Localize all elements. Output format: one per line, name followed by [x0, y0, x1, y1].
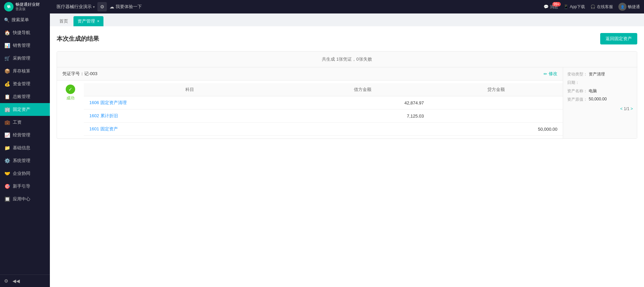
sidebar-footer: ⚙ ◀◀: [0, 275, 50, 287]
sidebar-item-system[interactable]: ⚙️ 系统管理: [0, 154, 50, 167]
sidebar-item-purchase[interactable]: 🛒 采购管理: [0, 52, 50, 65]
sidebar-item-label: 系统管理: [13, 158, 30, 164]
tab-asset-management[interactable]: 资产管理 ×: [73, 16, 103, 26]
logo-icon: 畅: [4, 2, 13, 11]
enterprise-icon: 🤝: [4, 171, 10, 176]
voucher-section: 凭证字号：记-003 ✏ 修改 ✓ 成功: [57, 67, 637, 138]
sidebar-item-label: 应用中心: [13, 196, 30, 202]
side-panel: 变动类型： 资产清理 日期： 资产名称： 电脑 资产原值：: [563, 67, 637, 138]
user-profile[interactable]: 👤 畅捷通: [618, 3, 640, 11]
sidebar-item-guide[interactable]: 🎯 新手引导: [0, 180, 50, 193]
main-layout: 🔍 搜索菜单 🏠 快捷导航 📊 销售管理 🛒 采购管理 📦 库存核算 💰 资金管…: [0, 13, 644, 287]
header-middle: 医疗器械行业演示 ▾ ⚙ ☁ 我要体验一下: [57, 2, 544, 11]
edit-icon: ✏: [544, 71, 547, 76]
debit-cell: 7,125.03: [296, 109, 429, 123]
voucher-header: 凭证字号：记-003 ✏ 修改: [57, 67, 563, 81]
edit-button[interactable]: ✏ 修改: [544, 71, 557, 77]
logo-text: 畅捷通好业财: [16, 2, 40, 7]
header-right: 💬 消息 99+ 📱 App下载 🎧 在线客服 👤 畅捷通: [544, 3, 640, 11]
date-row: 日期：: [567, 80, 633, 86]
voucher-number: 凭证字号：记-003: [62, 71, 97, 77]
voucher-table-wrapper: 科目 借方金额 贷方金额 1606 固定资产清理 42,874.: [84, 83, 563, 136]
asset-name-row: 资产名称： 电脑: [567, 88, 633, 94]
table-row: 1606 固定资产清理 42,874.97: [84, 96, 563, 109]
credit-cell: [429, 109, 563, 123]
ledger-icon: 📋: [4, 94, 10, 99]
sidebar-item-label: 库存核算: [13, 68, 30, 74]
change-type-row: 变动类型： 资产清理: [567, 71, 633, 77]
change-type-value: 资产清理: [589, 71, 605, 77]
message-button[interactable]: 💬 消息 99+: [544, 4, 558, 10]
top-header: 畅 畅捷通好业财 普及版 医疗器械行业演示 ▾ ⚙ ☁ 我要体验一下 💬 消息 …: [0, 0, 644, 13]
sidebar-item-inventory[interactable]: 📦 库存核算: [0, 65, 50, 77]
sidebar-item-quick-nav[interactable]: 🏠 快捷导航: [0, 26, 50, 39]
original-value-label: 资产原值：: [567, 97, 587, 102]
sidebar-item-label: 新手引导: [13, 183, 30, 189]
next-page-button[interactable]: >: [631, 106, 633, 111]
original-value-row: 资产原值： 50,000.00: [567, 97, 633, 102]
page-content: 本次生成的结果 返回固定资产 共生成 1张凭证，0张失败 凭证字号：记-003 …: [50, 26, 644, 287]
result-container: 共生成 1张凭证，0张失败 凭证字号：记-003 ✏ 修改 ✓: [57, 51, 637, 139]
debit-cell: [296, 123, 429, 136]
sidebar-item-label: 工资: [13, 119, 22, 125]
settings-button[interactable]: ⚙: [97, 2, 107, 11]
original-value-value: 50,000.00: [589, 97, 607, 102]
prev-page-button[interactable]: <: [620, 106, 623, 111]
page-title: 本次生成的结果: [57, 35, 99, 43]
content-area: 首页 资产管理 × 本次生成的结果 返回固定资产 共生成 1张凭证，0张失败 凭…: [50, 13, 644, 287]
tab-close-icon[interactable]: ×: [97, 19, 99, 24]
sidebar-item-operations[interactable]: 📈 经营管理: [0, 129, 50, 141]
search-menu[interactable]: 🔍 搜索菜单: [0, 13, 50, 26]
cloud-icon: ☁: [110, 4, 114, 9]
account-link[interactable]: 1601 固定资产: [89, 126, 118, 131]
operations-icon: 📈: [4, 132, 10, 138]
online-support-button[interactable]: 🎧 在线客服: [590, 4, 613, 10]
status-row: ✓ 成功 科目 借方金额 贷方金额: [57, 81, 563, 138]
col-credit: 贷方金额: [429, 83, 563, 96]
sidebar-item-base-info[interactable]: 📁 基础信息: [0, 141, 50, 154]
sidebar-item-enterprise[interactable]: 🤝 企业协同: [0, 167, 50, 180]
experience-button[interactable]: ☁ 我要体验一下: [110, 4, 142, 10]
logo-area: 畅 畅捷通好业财 普及版: [4, 2, 54, 11]
sidebar-collapse-button[interactable]: ◀◀: [12, 278, 20, 284]
page-info: 1/1: [624, 106, 631, 111]
logo-sub: 普及版: [16, 7, 40, 11]
success-icon: ✓: [66, 85, 75, 94]
asset-name-value: 电脑: [589, 88, 597, 94]
tab-home[interactable]: 首页: [55, 16, 72, 26]
company-name: 医疗器械行业演示: [57, 4, 92, 10]
inventory-icon: 📦: [4, 68, 10, 74]
sidebar-item-payroll[interactable]: 💼 工资: [0, 116, 50, 129]
home-icon: 🏠: [4, 30, 10, 35]
sidebar: 🔍 搜索菜单 🏠 快捷导航 📊 销售管理 🛒 采购管理 📦 库存核算 💰 资金管…: [0, 13, 50, 287]
table-row: 1602 累计折旧 7,125.03: [84, 109, 563, 123]
avatar: 👤: [618, 3, 626, 11]
system-icon: ⚙️: [4, 158, 10, 163]
voucher-main: 凭证字号：记-003 ✏ 修改 ✓ 成功: [57, 67, 563, 138]
pagination: < 1/1 >: [567, 106, 633, 111]
debit-cell: 42,874.97: [296, 96, 429, 109]
sidebar-item-finance[interactable]: 💰 资金管理: [0, 77, 50, 90]
sidebar-item-ledger[interactable]: 📋 总账管理: [0, 90, 50, 103]
sidebar-item-label: 基础信息: [13, 145, 30, 151]
company-selector[interactable]: 医疗器械行业演示 ▾: [57, 4, 95, 10]
date-label: 日期：: [567, 80, 579, 86]
footer-settings-button[interactable]: ⚙: [4, 278, 8, 284]
return-fixed-assets-button[interactable]: 返回固定资产: [600, 33, 637, 44]
message-icon: 💬: [544, 4, 549, 9]
credit-cell: 50,000.00: [429, 123, 563, 136]
message-badge: 99+: [552, 2, 561, 6]
app-center-icon: 🔲: [4, 196, 10, 202]
sidebar-item-app-center[interactable]: 🔲 应用中心: [0, 193, 50, 205]
sidebar-item-sales[interactable]: 📊 销售管理: [0, 39, 50, 52]
result-summary: 共生成 1张凭证，0张失败: [57, 52, 637, 67]
app-download-button[interactable]: 📱 App下载: [563, 4, 585, 10]
account-link[interactable]: 1606 固定资产清理: [89, 100, 127, 105]
tab-bar: 首页 资产管理 ×: [50, 13, 644, 26]
sidebar-item-label: 资金管理: [13, 81, 30, 87]
chevron-down-icon: ▾: [93, 5, 95, 9]
account-link[interactable]: 1602 累计折旧: [89, 113, 118, 118]
payroll-icon: 💼: [4, 120, 10, 125]
credit-cell: [429, 96, 563, 109]
sidebar-item-fixed-assets[interactable]: 🏢 固定资产: [0, 103, 50, 116]
